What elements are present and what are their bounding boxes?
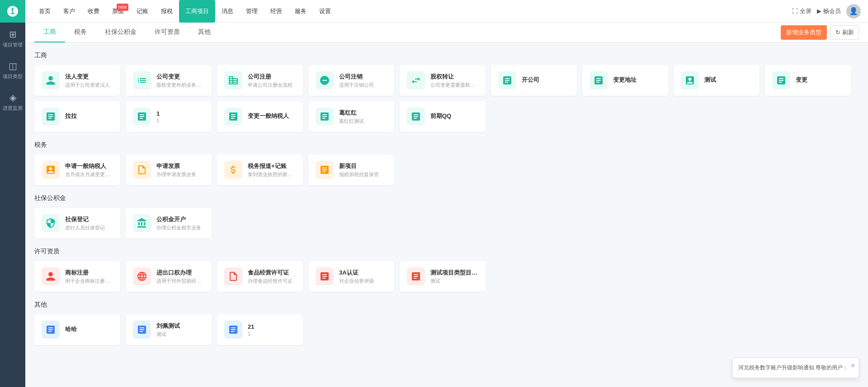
notification-text: 河北税务数字账户升级影响通知 尊敬的用户： bbox=[738, 364, 853, 372]
card-food-license-desc: 办理食品经营许可证 bbox=[248, 278, 296, 284]
card-mohonghong[interactable]: 葛红红 葛红红测试 bbox=[308, 101, 394, 132]
card-one[interactable]: 1 1 bbox=[126, 101, 212, 132]
notification-popup: × 河北税务数字账户升级影响通知 尊敬的用户： bbox=[732, 358, 859, 378]
card-legal-change-info: 法人变更 适用于公司变更法人 bbox=[65, 73, 113, 89]
industry-section: 工商 法人变更 适用于公司变更法人 bbox=[34, 51, 859, 132]
nav-home[interactable]: 首页 bbox=[33, 0, 57, 23]
card-liupei-test-desc: 测试 bbox=[156, 331, 204, 338]
card-trademark-name: 商标注册 bbox=[65, 269, 113, 277]
refresh-button[interactable]: ↻ 刷新 bbox=[830, 25, 859, 40]
card-liupei-test[interactable]: 刘佩测试 测试 bbox=[126, 314, 212, 345]
card-change-address[interactable]: 变更地址 bbox=[582, 65, 668, 96]
card-company-cancel-desc: 适用于注销公司 bbox=[339, 82, 387, 89]
card-company-change-name: 公司变更 bbox=[156, 73, 204, 81]
card-tax-report-accounting-name: 税务报道+记账 bbox=[248, 162, 296, 170]
card-company-change[interactable]: 公司变更 股权变更外的业务变更 bbox=[126, 65, 212, 96]
nav-operation[interactable]: 经营 bbox=[264, 0, 288, 23]
card-change1-name: 变更 bbox=[796, 76, 844, 84]
nav-message[interactable]: 消息 bbox=[215, 0, 240, 23]
card-equity-transfer[interactable]: 股权转让 公司变更需要股权转让 bbox=[400, 65, 486, 96]
card-preqq-name: 前期QQ bbox=[430, 112, 478, 120]
card-equity-transfer-desc: 公司变更需要股权转让 bbox=[430, 82, 478, 89]
card-lala[interactable]: 拉拉 bbox=[34, 101, 120, 132]
card-legal-change-name: 法人变更 bbox=[65, 73, 113, 81]
sidebar-item-project-type-label: 项目类型 bbox=[3, 73, 23, 80]
card-haha[interactable]: 哈哈 bbox=[34, 314, 120, 345]
card-test-type-info: 测试项目类型目定义 测试 bbox=[430, 269, 478, 284]
tab-social[interactable]: 社保公积金 bbox=[96, 23, 146, 42]
vip-button[interactable]: ▶ 畅会员 bbox=[817, 7, 841, 15]
project-type-icon: ◫ bbox=[9, 61, 17, 71]
card-3a-cert-icon bbox=[316, 267, 334, 285]
nav-service[interactable]: 服务 bbox=[288, 0, 313, 23]
card-change-address-icon bbox=[590, 71, 608, 89]
sidebar-item-project-type[interactable]: ◫ 项目类型 bbox=[0, 54, 25, 86]
card-open-company[interactable]: 开公司 bbox=[491, 65, 577, 96]
card-tax-report-accounting[interactable]: 税务报道+记账 拿到营业执照的新公司 bbox=[217, 154, 303, 185]
new-type-button[interactable]: 新增业务类型 bbox=[781, 25, 827, 40]
card-3a-cert[interactable]: 3A认证 对企业信誉评级 bbox=[308, 261, 394, 292]
card-equity-transfer-info: 股权转让 公司变更需要股权转让 bbox=[430, 73, 478, 89]
card-apply-invoice[interactable]: 申请发票 办理申请发票业务 bbox=[126, 154, 212, 185]
tab-license[interactable]: 许可资质 bbox=[146, 23, 189, 42]
card-new-project-name: 新项目 bbox=[339, 162, 387, 170]
card-apply-taxpayer[interactable]: 申请一般纳税人 当月或次月成变更完成 bbox=[34, 154, 120, 185]
main-wrapper: 首页 客户 收费 票据 new 记账 报税 工商项目 消息 管理 经营 服务 设… bbox=[25, 0, 868, 387]
card-social-register[interactable]: 社保登记 进行人员社保登记 bbox=[34, 208, 120, 238]
avatar[interactable]: 👤 bbox=[846, 4, 861, 19]
nav-billing[interactable]: 收费 bbox=[81, 0, 106, 23]
card-import-export-name: 进出口权办理 bbox=[156, 269, 204, 277]
card-change-address-name: 变更地址 bbox=[613, 76, 661, 84]
card-social-register-info: 社保登记 进行人员社保登记 bbox=[65, 215, 113, 231]
card-twenty-one-name: 21 bbox=[248, 323, 296, 330]
card-new-project-info: 新项目 报税加税控盘保管 bbox=[339, 162, 387, 178]
card-food-license[interactable]: 食品经营许可证 办理食品经营许可证 bbox=[217, 261, 303, 292]
card-new-project[interactable]: 新项目 报税加税控盘保管 bbox=[308, 154, 394, 185]
card-trademark[interactable]: 商标注册 用于企业商标注册服务 bbox=[34, 261, 120, 292]
card-change1-icon bbox=[772, 71, 790, 89]
card-apply-invoice-name: 申请发票 bbox=[156, 162, 204, 170]
card-test-type[interactable]: 测试项目类型目定义 测试 bbox=[400, 261, 486, 292]
nav-tax[interactable]: 报税 bbox=[155, 0, 179, 23]
card-company-register[interactable]: 公司注册 申请公司注册全流程 bbox=[217, 65, 303, 96]
sidebar-item-project-manage[interactable]: ⊞ 项目管理 bbox=[0, 23, 25, 54]
card-preqq-info: 前期QQ bbox=[430, 112, 478, 121]
card-company-cancel[interactable]: 公司注销 适用于注销公司 bbox=[308, 65, 394, 96]
card-change-taxpayer-info: 变更一般纳税人 bbox=[248, 112, 296, 121]
nav-invoice[interactable]: 票据 new bbox=[106, 0, 130, 23]
card-change-taxpayer-icon bbox=[224, 107, 242, 126]
card-import-export-info: 进出口权办理 适用于对外贸易经营者 bbox=[156, 269, 204, 284]
card-legal-change[interactable]: 法人变更 适用于公司变更法人 bbox=[34, 65, 120, 96]
notification-close-button[interactable]: × bbox=[851, 362, 855, 370]
card-change-taxpayer[interactable]: 变更一般纳税人 bbox=[217, 101, 303, 132]
logo bbox=[0, 0, 25, 23]
card-trademark-desc: 用于企业商标注册服务 bbox=[65, 278, 113, 284]
card-equity-transfer-name: 股权转让 bbox=[430, 73, 478, 81]
nav-accounting[interactable]: 记账 bbox=[130, 0, 155, 23]
card-haha-info: 哈哈 bbox=[65, 325, 113, 334]
card-import-export[interactable]: 进出口权办理 适用于对外贸易经营者 bbox=[126, 261, 212, 292]
nav-industry[interactable]: 工商项目 bbox=[179, 0, 215, 23]
card-apply-invoice-desc: 办理申请发票业务 bbox=[156, 171, 204, 178]
nav-customer[interactable]: 客户 bbox=[57, 0, 81, 23]
card-company-change-desc: 股权变更外的业务变更 bbox=[156, 82, 204, 89]
card-preqq[interactable]: 前期QQ bbox=[400, 101, 486, 132]
badge-new: new bbox=[117, 4, 128, 11]
card-fund-open[interactable]: 公积金开户 办理公积金相关业务 bbox=[126, 208, 212, 238]
card-company-cancel-info: 公司注销 适用于注销公司 bbox=[339, 73, 387, 89]
main-content: 工商 法人变更 适用于公司变更法人 bbox=[25, 42, 868, 387]
tab-tax[interactable]: 税务 bbox=[65, 23, 96, 42]
fullscreen-button[interactable]: ⛶ 全屏 bbox=[792, 7, 811, 15]
license-section: 许可资质 商标注册 用于企业商标注册服务 bbox=[34, 247, 859, 292]
card-change1[interactable]: 变更 bbox=[765, 65, 851, 96]
nav-management[interactable]: 管理 bbox=[240, 0, 264, 23]
card-twenty-one[interactable]: 21 1 bbox=[217, 314, 303, 345]
card-liupei-test-icon bbox=[133, 321, 151, 339]
sidebar-item-progress-monitor[interactable]: ◈ 进度监测 bbox=[0, 86, 25, 117]
nav-settings[interactable]: 设置 bbox=[313, 0, 337, 23]
card-change-address-info: 变更地址 bbox=[613, 76, 661, 85]
tab-industry[interactable]: 工商 bbox=[34, 23, 65, 42]
card-test1[interactable]: 测试 bbox=[674, 65, 760, 96]
card-test1-name: 测试 bbox=[704, 76, 752, 84]
tab-other[interactable]: 其他 bbox=[189, 23, 220, 42]
